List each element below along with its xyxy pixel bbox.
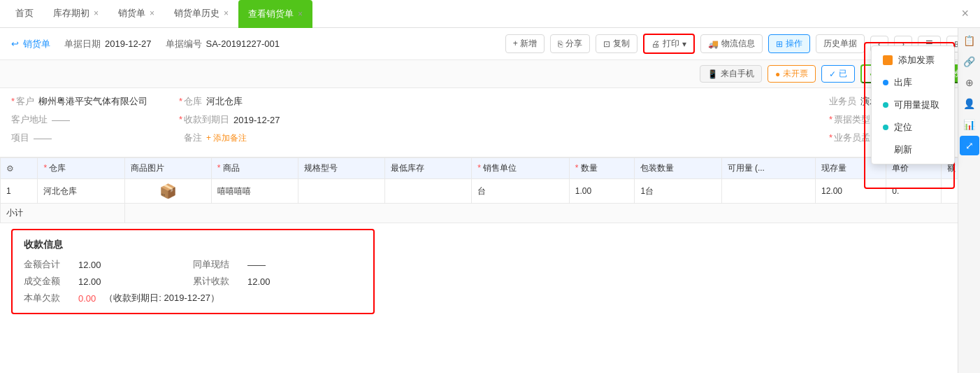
close-inventory-tab[interactable]: × [94, 8, 99, 18]
add-note-button[interactable]: + 添加备注 [206, 132, 247, 144]
print-icon: 🖨 [651, 39, 660, 49]
settings-icon[interactable]: ⚙ [6, 164, 14, 174]
settlement-row: 同单现结 —— [193, 258, 362, 271]
refresh-item[interactable]: 刷新 [872, 139, 954, 161]
row-price: 0. [886, 179, 941, 204]
subtotal-label: 小计 [1, 204, 125, 223]
add-invoice-item[interactable]: 添加发票 [872, 49, 954, 71]
locate-item[interactable]: 定位 [872, 116, 954, 139]
row-spec [298, 179, 385, 204]
col-available: 可用量 (... [721, 158, 815, 179]
col-product: * 商品 [211, 158, 298, 179]
arrears-value: 0.00 [78, 293, 96, 304]
total-row: 金额合计 12.00 [24, 258, 193, 271]
transaction-row: 成交金额 12.00 [24, 275, 193, 288]
date-value: 2019-12-27 [105, 38, 152, 49]
history-button[interactable]: 历史单据 [816, 34, 865, 53]
arrears-row: 本单欠款 0.00 （收款到期日: 2019-12-27） [24, 292, 362, 304]
share-button[interactable]: ⎘ 分享 [550, 34, 590, 53]
right-sidebar: 📋 🔗 ⊕ 👤 📊 ⤢ [958, 28, 980, 373]
accumulated-row: 累计收款 12.00 [193, 275, 362, 288]
project-value: —— [34, 133, 52, 143]
row-unit: 台 [472, 179, 569, 204]
sidebar-user-icon[interactable]: 👤 [960, 94, 979, 113]
col-spec: 规格型号 [298, 158, 385, 179]
copy-button[interactable]: ⊡ 复制 [596, 34, 637, 53]
form-row-1: *客户 柳州粤港平安气体有限公司 *仓库 河北仓库 业务员 演示账号 [11, 95, 969, 108]
no-value: SA-20191227-001 [206, 38, 280, 49]
row-available [721, 179, 815, 204]
operation-dropdown: 添加发票 出库 可用量提取 定位 刷新 [871, 45, 955, 164]
close-sales-tab[interactable]: × [150, 8, 154, 18]
row-pack-qty: 1台 [635, 179, 721, 204]
date-label: 单据日期 [64, 38, 101, 50]
doc-title-text: 销货单 [23, 38, 50, 50]
locate-icon [883, 125, 888, 130]
col-unit: * 销售单位 [472, 158, 569, 179]
outbound-item[interactable]: 出库 [872, 71, 954, 94]
tab-bar: 首页 库存期初 × 销货单 × 销货单历史 × 查看销货单 × × [0, 0, 980, 28]
arrears-label: 本单欠款 [24, 292, 73, 304]
operation-icon: ⊞ [776, 39, 783, 49]
sidebar-expand-icon[interactable]: ⤢ [960, 136, 979, 155]
sidebar-chart-icon[interactable]: 📊 [960, 115, 979, 134]
accumulated-label: 累计收款 [193, 275, 242, 288]
refresh-icon [883, 147, 888, 153]
tab-sales-history[interactable]: 销货单历史 × [164, 0, 238, 28]
table-row: 1 河北仓库 📦 嘻嘻嘻嘻 台 1.00 1台 12.00 0. [1, 179, 980, 204]
table-section: ⚙ * 仓库 商品图片 * 商品 规格型号 最低库存 * 销售单位 * 数量 包… [0, 157, 980, 373]
address-value: —— [52, 115, 70, 125]
doc-date-meta: 单据日期 2019-12-27 [64, 38, 152, 50]
check-button[interactable]: ✓ 已 [821, 65, 855, 83]
close-view-sales-tab[interactable]: × [298, 9, 303, 19]
not-open-button[interactable]: ● 未开票 [768, 65, 816, 83]
new-button[interactable]: + 新增 [505, 34, 545, 53]
tab-home[interactable]: 首页 [6, 0, 43, 28]
tab-view-sales[interactable]: 查看销货单 × [238, 0, 312, 28]
doc-header: ↩ 销货单 单据日期 2019-12-27 单据编号 SA-20191227-0… [0, 28, 980, 60]
operation-button[interactable]: ⊞ 操作 [768, 34, 810, 53]
sidebar-add-icon[interactable]: ⊕ [960, 73, 979, 92]
row-image: 📦 [124, 179, 211, 204]
subtotal-values [124, 204, 979, 223]
due-date-text: 收款到期日: [113, 293, 161, 303]
row-qty: 1.00 [569, 179, 635, 204]
doc-no-meta: 单据编号 SA-20191227-001 [166, 38, 280, 50]
print-button[interactable]: 🖨 打印 ▾ [643, 34, 695, 54]
product-table: ⚙ * 仓库 商品图片 * 商品 规格型号 最低库存 * 销售单位 * 数量 包… [0, 157, 980, 223]
sidebar-link-icon[interactable]: 🔗 [960, 52, 979, 71]
share-icon: ⎘ [558, 39, 563, 49]
payment-date-field: *收款到期日 2019-12-27 [179, 113, 319, 126]
accumulated-value: 12.00 [247, 276, 271, 287]
available-qty-icon [883, 102, 888, 108]
form-row-3: 项目 —— *备注 + 添加备注 *业务员孟 —— [11, 132, 969, 144]
settlement-value: —— [247, 260, 266, 270]
available-qty-item[interactable]: 可用量提取 [872, 94, 954, 116]
customer-field: *客户 柳州粤港平安气体有限公司 [11, 95, 151, 108]
add-invoice-icon [883, 55, 893, 65]
warehouse-field: *仓库 河北仓库 [179, 95, 319, 108]
customer-value: 柳州粤港平安气体有限公司 [38, 95, 147, 108]
row-min-stock [385, 179, 472, 204]
tab-sales[interactable]: 销货单 × [108, 0, 164, 28]
note-field: *备注 + 添加备注 [179, 132, 319, 144]
col-pack-qty: 包装数量 [635, 158, 721, 179]
close-history-tab[interactable]: × [224, 8, 229, 18]
sidebar-notes-icon[interactable]: 📋 [960, 31, 979, 50]
row-warehouse: 河北仓库 [38, 179, 124, 204]
tab-inventory[interactable]: 库存期初 × [43, 0, 108, 28]
truck-icon: 🚚 [708, 39, 719, 49]
form-row-2: 客户地址 —— *收款到期日 2019-12-27 *票据类型 不开票 [11, 113, 969, 126]
close-all-button[interactable]: × [956, 6, 974, 21]
due-date-value: 2019-12-27 [164, 293, 211, 303]
logistics-button[interactable]: 🚚 物流信息 [700, 34, 763, 53]
project-field: 项目 —— [11, 132, 151, 144]
from-phone-button[interactable]: 📱 来自手机 [700, 65, 762, 83]
total-label: 金额合计 [24, 258, 73, 271]
no-label: 单据编号 [166, 38, 202, 50]
transaction-label: 成交金额 [24, 275, 73, 288]
col-image: 商品图片 [124, 158, 211, 179]
payment-section: 收款信息 金额合计 12.00 同单现结 —— 成交金额 12.00 [11, 229, 375, 314]
warehouse-value: 河北仓库 [206, 95, 243, 108]
col-min-stock: 最低库存 [385, 158, 472, 179]
